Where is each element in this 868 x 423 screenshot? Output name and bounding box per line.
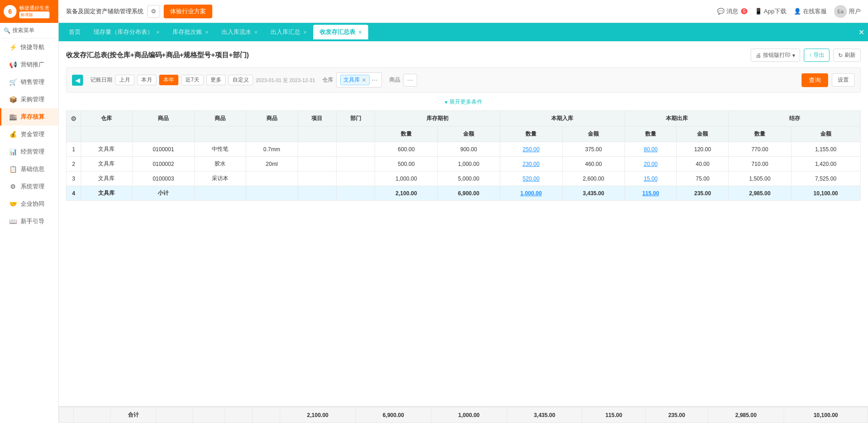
row1-out-qty-link[interactable]: 80.00: [644, 146, 658, 153]
date-this-year[interactable]: 本年: [159, 75, 178, 85]
sidebar-item-inventory[interactable]: 🏬 库存核算: [0, 108, 58, 126]
sidebar-item-label: 销售管理: [21, 78, 44, 86]
col-goods-spec-header: 商品: [246, 111, 298, 126]
sidebar-item-label: 系统管理: [21, 182, 44, 191]
refresh-button[interactable]: ↻ 刷新: [833, 49, 861, 62]
date-custom[interactable]: 自定义: [228, 75, 253, 85]
gear-icon[interactable]: ⚙: [71, 115, 77, 122]
message-icon: 💬: [717, 8, 724, 15]
subtotal-label: 小计: [132, 186, 194, 201]
tab-batch-account[interactable]: 库存批次账 ✕: [166, 25, 215, 39]
col-settings-header[interactable]: ⚙: [66, 111, 81, 126]
refresh-icon: ↻: [838, 52, 843, 59]
settings-button[interactable]: ⚙: [147, 5, 160, 18]
expand-icon: ▾: [445, 99, 448, 105]
tab-home[interactable]: 首页: [62, 25, 87, 39]
row2-out-qty-link[interactable]: 20.00: [644, 161, 658, 167]
sidebar-item-base[interactable]: 📋 基础信息: [0, 160, 58, 178]
sidebar-item-operations[interactable]: 📊 经营管理: [0, 143, 58, 160]
tab-close-all[interactable]: ✕: [858, 28, 864, 37]
expand-conditions-button[interactable]: ▾ 展开更多条件: [445, 98, 482, 106]
subtotal-no: 4: [66, 186, 81, 201]
tab-in-out-flow-close[interactable]: ✕: [254, 30, 258, 35]
col-out-header: 本期出库: [625, 111, 729, 126]
row3-out-qty[interactable]: 15.00: [625, 171, 676, 186]
row2-project: [298, 157, 336, 171]
tab-receipt-summary[interactable]: 收发存汇总表 ✕: [313, 25, 368, 39]
online-service-button[interactable]: 👤 在线客服: [794, 7, 827, 16]
chevron-down-icon: ▾: [792, 52, 795, 59]
col-in-qty-header: 数量: [500, 126, 562, 142]
row1-warehouse: 文具库: [81, 142, 133, 157]
print-button[interactable]: 🖨 按钮版打印 ▾: [751, 49, 800, 62]
sidebar-item-finance[interactable]: 💰 资金管理: [0, 126, 58, 143]
inventory-icon: 🏬: [9, 113, 17, 121]
goods-more-icon[interactable]: ···: [407, 76, 413, 84]
tab-batch-account-close[interactable]: ✕: [205, 30, 209, 35]
date-more[interactable]: 更多: [206, 75, 226, 85]
tab-in-out-summary-label: 出入库汇总: [271, 28, 300, 36]
warehouse-filter-input[interactable]: 文具库 ✕ ···: [336, 72, 381, 88]
date-last-month[interactable]: 上月: [115, 75, 134, 85]
message-button[interactable]: 💬 消息 6: [717, 7, 747, 16]
row1-goods-code: 0100001: [132, 142, 194, 157]
table-row: 1 文具库 0100001 中性笔 0.7mm 600.00 900.00 25…: [66, 142, 861, 157]
col-goods-code-header: 商品: [132, 111, 194, 126]
tab-in-out-summary-close[interactable]: ✕: [303, 30, 307, 35]
user-menu[interactable]: Ea 用户: [834, 5, 861, 18]
tab-inventory-dist-close[interactable]: ✕: [156, 30, 160, 35]
table-row: 2 文具库 0100002 胶水 20ml 500.00 1,000.00 23…: [66, 157, 861, 171]
app-download-button[interactable]: 📱 App下载: [755, 7, 786, 16]
tab-home-label: 首页: [69, 28, 81, 36]
sidebar-item-purchase[interactable]: 📦 采购管理: [0, 91, 58, 108]
col-goods-name-header: 商品: [194, 111, 246, 126]
warehouse-more-icon[interactable]: ···: [371, 76, 377, 84]
subtotal-bal-qty: 2,985.00: [729, 186, 791, 201]
tab-in-out-flow[interactable]: 出入库流水 ✕: [215, 25, 264, 39]
goods-filter-input[interactable]: ···: [403, 74, 417, 87]
settings-filter-button[interactable]: 设置: [832, 73, 855, 87]
filter-collapse-button[interactable]: ◀: [72, 75, 83, 86]
goods-filter-label: 商品: [389, 76, 400, 84]
sidebar-item-sales[interactable]: 🛒 销售管理: [0, 73, 58, 91]
row1-in-qty-link[interactable]: 250.00: [523, 146, 540, 153]
system-title: 装备及固定资产辅助管理系统: [66, 7, 144, 16]
trial-button[interactable]: 体验行业方案: [164, 5, 212, 18]
sidebar-search[interactable]: 🔍 搜索菜单: [0, 23, 58, 38]
row3-open-amt: 5,000.00: [437, 171, 500, 186]
row1-out-qty[interactable]: 80.00: [625, 142, 676, 157]
total-label: 合计: [111, 407, 156, 423]
col-opening-amt-header: 金额: [437, 126, 500, 142]
tab-in-out-summary[interactable]: 出入库汇总 ✕: [264, 25, 313, 39]
sidebar-item-quick-nav[interactable]: ⚡ 快捷导航: [0, 38, 58, 56]
col-out-qty-header: 数量: [625, 126, 676, 142]
subtotal-bal-amt: 10,100.00: [791, 186, 860, 201]
print-icon: 🖨: [756, 52, 761, 59]
tab-inventory-dist[interactable]: 现存量（库存分布表） ✕: [87, 25, 166, 39]
logo-title: 畅捷通好生意: [19, 5, 50, 11]
row2-in-qty-link[interactable]: 230.00: [523, 161, 540, 167]
row3-out-qty-link[interactable]: 15.00: [644, 176, 658, 182]
col-in-amt-header: 金额: [562, 126, 625, 142]
query-button[interactable]: 查询: [802, 73, 828, 87]
row1-in-qty[interactable]: 250.00: [500, 142, 562, 157]
row3-in-qty-link[interactable]: 520.00: [523, 176, 540, 182]
row3-in-qty[interactable]: 520.00: [500, 171, 562, 186]
subtotal-open-qty: 2,100.00: [375, 186, 437, 201]
row2-out-qty[interactable]: 20.00: [625, 157, 676, 171]
tab-receipt-summary-close[interactable]: ✕: [358, 30, 362, 35]
col-warehouse-header: 仓库: [81, 111, 133, 126]
row3-warehouse: 文具库: [81, 171, 133, 186]
warehouse-tag-close[interactable]: ✕: [362, 77, 366, 83]
export-button[interactable]: ↑ 导出: [804, 49, 829, 62]
date-7days[interactable]: 近7天: [181, 75, 204, 85]
row2-in-qty[interactable]: 230.00: [500, 157, 562, 171]
sidebar-item-marketing[interactable]: 📢 营销推广: [0, 56, 58, 73]
total-bal-amt: 10,100.00: [784, 407, 868, 423]
sidebar-item-enterprise[interactable]: 🤝 企业协同: [0, 195, 58, 213]
row3-goods-code: 0100003: [132, 171, 194, 186]
sidebar-item-guide[interactable]: 📖 新手引导: [0, 213, 58, 230]
date-this-month[interactable]: 本月: [137, 75, 156, 85]
sidebar-item-system[interactable]: ⚙ 系统管理: [0, 178, 58, 195]
data-table-wrap: ⚙ 仓库 商品 商品 商品 项目 部门 库存期初 本期入库 本期出库 结存: [66, 110, 861, 201]
